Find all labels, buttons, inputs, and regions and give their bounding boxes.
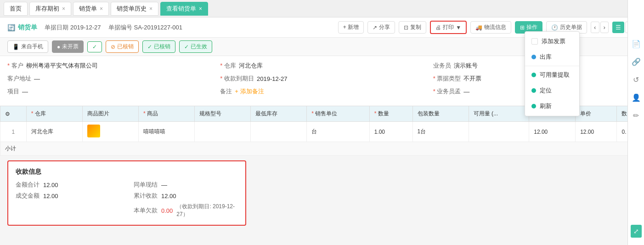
not-open-button[interactable]: ● 未开票 <box>52 40 84 53</box>
row-stock: 12.00 <box>529 122 576 142</box>
balance-value: 0.00 <box>161 207 173 214</box>
tab-close-view[interactable]: × <box>199 6 202 12</box>
sales-staff-value: — <box>463 88 469 95</box>
customer-label: 客户 <box>7 62 23 70</box>
row-index: 1 <box>0 122 27 142</box>
dropdown-separator <box>525 66 579 66</box>
tab-sales-history[interactable]: 销货单历史 × <box>111 2 158 16</box>
grid-icon: ⊞ <box>520 24 525 31</box>
sold-status-button[interactable]: ⊘ 已核销 <box>106 40 139 53</box>
out-warehouse-label: 出库 <box>540 53 552 61</box>
phone-icon: 📱 <box>12 44 19 50</box>
sidebar-expand-icon[interactable]: ⤢ <box>631 225 642 230</box>
balance-note: （收款到期日: 2019-12-27） <box>176 203 238 218</box>
address-field: 客户地址 — <box>7 74 211 83</box>
warehouse-value: 河北仓库 <box>239 62 263 70</box>
customer-value: 柳州粤港平安气体有限公司 <box>26 62 98 70</box>
confirm-button[interactable]: ✓ <box>87 41 102 52</box>
tab-home[interactable]: 首页 <box>4 2 28 16</box>
staff-value: 演示账号 <box>454 62 478 70</box>
amount-label: 金额合计 <box>16 181 40 189</box>
nav-arrows: ‹ › <box>591 22 609 33</box>
doc-actions: + 新增 ↗ 分享 ⊡ 复制 🖨 打印 ▼ 🚚 物流信息 ⊞ 操作 🕐 历史单据… <box>338 21 637 34</box>
note-field: 备注 添加备注 <box>220 87 424 96</box>
row-warehouse: 河北仓库 <box>26 122 82 142</box>
balance-label: 本单欠款 <box>134 206 158 215</box>
same-order-value: — <box>161 182 167 188</box>
dropdown-refresh[interactable]: 刷新 <box>525 98 579 114</box>
sidebar-refresh-icon[interactable]: ↺ <box>630 73 642 87</box>
doc-number-label: 单据编号 SA-20191227-001 <box>108 23 183 32</box>
dot-available-pickup <box>531 73 536 77</box>
print-button[interactable]: 🖨 打印 ▼ <box>430 21 467 34</box>
ticket-label: 票据类型 <box>433 74 461 83</box>
project-value: — <box>22 88 28 95</box>
tab-sales-order[interactable]: 销货单 × <box>73 2 109 16</box>
warehouse-label: 仓库 <box>220 62 236 70</box>
deal-amount-value: 12.00 <box>43 193 58 199</box>
logistics-button[interactable]: 🚚 物流信息 <box>470 21 511 34</box>
phone-source-button[interactable]: 📱 来自手机 <box>7 40 48 53</box>
verified-status-button[interactable]: ✓ 已核销 <box>142 40 175 53</box>
dropdown-out-warehouse[interactable]: 出库 <box>525 49 579 65</box>
col-gear: ⚙ <box>0 106 27 122</box>
share-button[interactable]: ↗ 分享 <box>367 21 395 34</box>
locate-label: 定位 <box>540 86 552 95</box>
sidebar-user-icon[interactable]: 👤 <box>629 91 644 105</box>
refresh-label: 刷新 <box>540 102 552 110</box>
project-label: 项目 <box>7 87 19 96</box>
sidebar-link-icon[interactable]: 🔗 <box>629 55 644 69</box>
product-image <box>87 125 100 137</box>
sales-staff-label: 业务员孟 <box>433 87 461 96</box>
effective-icon: ✓ <box>184 44 189 50</box>
truck-icon: 🚚 <box>475 24 482 31</box>
add-note-button[interactable]: 添加备注 <box>235 87 264 96</box>
project-field: 项目 — <box>7 87 211 96</box>
tab-inventory-init[interactable]: 库存期初 × <box>29 2 71 16</box>
available-pickup-label: 可用量提取 <box>540 71 570 79</box>
checkbox-add-invoice <box>531 38 538 45</box>
doc-meta: 单据日期 2019-12-27 单据编号 SA-20191227-001 <box>45 23 182 32</box>
table-row: 1 河北仓库 嘻嘻嘻嘻 台 1.00 1台 12.00 12.00 0. <box>0 122 644 142</box>
payment-grid: 金额合计 12.00 同单现结 — 成交金额 12.00 累计收款 12.00 … <box>16 181 238 218</box>
col-product-img: 商品图片 <box>82 106 138 122</box>
row-available <box>469 122 529 142</box>
row-min-stock <box>251 122 307 142</box>
cumulative-value: 12.00 <box>161 193 176 199</box>
ticket-icon: ● <box>57 44 60 50</box>
tab-bar: 首页 库存期初 × 销货单 × 销货单历史 × 查看销货单 × × <box>0 0 644 17</box>
copy-icon: ⊡ <box>404 24 408 31</box>
dropdown-add-invoice[interactable]: 添加发票 <box>525 34 579 49</box>
tab-close-inventory[interactable]: × <box>62 6 65 12</box>
effective-status-button[interactable]: ✓ 已生效 <box>179 40 212 53</box>
new-button[interactable]: + 新增 <box>338 21 364 34</box>
cumulative-label: 累计收款 <box>134 192 158 200</box>
tab-view-sales[interactable]: 查看销货单 × <box>160 2 208 16</box>
nav-prev[interactable]: ‹ <box>591 22 599 33</box>
print-dropdown-icon: ▼ <box>456 24 461 31</box>
copy-button[interactable]: ⊡ 复制 <box>399 21 426 34</box>
ticket-value: 不开票 <box>463 74 481 83</box>
amount-value: 12.00 <box>43 182 58 188</box>
col-product: 商品 <box>138 106 194 122</box>
col-warehouse: 仓库 <box>26 106 82 122</box>
view-list-button[interactable]: ☰ <box>612 22 624 33</box>
sidebar-edit-icon[interactable]: ✏ <box>630 108 642 123</box>
sidebar-doc-icon[interactable]: 📄 <box>629 37 644 51</box>
subtotal-label: 小计 <box>0 142 644 156</box>
doc-icon: 🔄 <box>7 24 15 31</box>
payment-title: 收款信息 <box>16 168 238 176</box>
col-spec: 规格型号 <box>195 106 251 122</box>
same-order-label: 同单现结 <box>134 181 158 189</box>
nav-next[interactable]: › <box>600 22 609 33</box>
payment-amount-row: 金额合计 12.00 <box>16 181 120 189</box>
tab-close-history[interactable]: × <box>149 6 153 12</box>
deal-amount-label: 成交金额 <box>16 192 40 200</box>
sold-icon: ⊘ <box>111 44 115 50</box>
balance-row: 本单欠款 0.00 （收款到期日: 2019-12-27） <box>134 203 238 218</box>
row-pack-qty: 1台 <box>412 122 469 142</box>
dropdown-available-pickup[interactable]: 可用量提取 <box>525 67 579 83</box>
dropdown-locate[interactable]: 定位 <box>525 83 579 98</box>
tab-close-sales[interactable]: × <box>100 6 103 12</box>
cumulative-row: 累计收款 12.00 <box>134 192 238 200</box>
